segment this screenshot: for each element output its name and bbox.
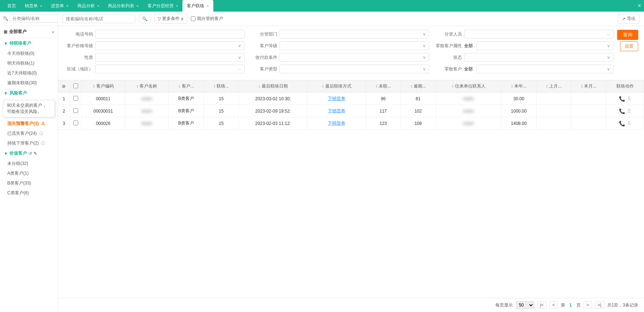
tab-bar-close[interactable]: ×: [638, 3, 641, 9]
table-row: 1000011■■■■B类客户152023-03-02 10:30:下销货单96…: [58, 93, 644, 105]
last-page-btn[interactable]: >|: [595, 301, 604, 309]
filter-icon: ▽: [158, 16, 161, 21]
sidebar-search-input[interactable]: [10, 15, 58, 23]
cust-level-select[interactable]: ∨: [279, 41, 429, 50]
row-checkbox[interactable]: [70, 93, 81, 105]
col-last-date: ↕ 最后联络日期: [239, 80, 307, 93]
status-select[interactable]: ∨: [464, 53, 613, 62]
phone-label: 电话号码: [64, 31, 93, 37]
sidebar-item-overdue[interactable]: 逾期未联络(30): [0, 78, 58, 88]
tab-purchase[interactable]: 进货单 ×: [47, 0, 73, 12]
sidebar-group-pending[interactable]: ▼ 待联络客户: [0, 38, 58, 49]
tab-product-list[interactable]: 商品分析列表 ×: [104, 0, 143, 12]
filter-customer-level: 客户等级 ∨: [248, 41, 429, 50]
sidebar-item-week[interactable]: 近7天待联络(0): [0, 68, 58, 78]
row-last-method[interactable]: 下销货单: [307, 105, 366, 117]
col-checkbox[interactable]: [70, 80, 81, 93]
row-checkbox[interactable]: [70, 105, 81, 117]
more-action-icon[interactable]: ⠿: [627, 96, 631, 102]
per-page-select[interactable]: 50 100: [516, 301, 534, 309]
row-code: 000011: [81, 93, 125, 105]
row-type: B类客户: [169, 117, 204, 130]
tab-close-product-analysis[interactable]: ×: [97, 4, 99, 8]
phone-action-icon[interactable]: 📞: [619, 121, 625, 126]
tab-customer-contact[interactable]: 客户联络 ×: [182, 0, 213, 12]
sidebar-item-ungrouped[interactable]: 未分组(32): [0, 159, 58, 169]
tab-close-customer-tier[interactable]: ×: [176, 4, 178, 8]
row-actions[interactable]: 📞⠿: [606, 93, 644, 105]
tab-close-customer-contact[interactable]: ×: [206, 4, 209, 8]
more-conditions-btn[interactable]: ▽ 更多条件 ∧: [154, 14, 187, 24]
my-customers-checkbox-label[interactable]: 我分管的客户: [191, 16, 223, 22]
more-action-icon[interactable]: ⠿: [627, 121, 631, 126]
filter-action-buttons: 查询 设置: [617, 30, 638, 51]
row-actions[interactable]: 📞⠿: [606, 105, 644, 117]
tab-product-analysis[interactable]: 商品分析 ×: [73, 0, 104, 12]
last-method-link[interactable]: 下销货单: [328, 96, 345, 101]
tab-customer-tier[interactable]: 客户分层经营 ×: [143, 0, 182, 12]
price-arrow: ∨: [238, 43, 241, 48]
search-input[interactable]: [63, 15, 135, 23]
next-page-btn[interactable]: >: [584, 301, 592, 309]
payment-select[interactable]: ∨: [279, 53, 429, 62]
sidebar-item-a-class[interactable]: A类客户(1): [0, 169, 58, 178]
export-button[interactable]: ↗ 导出: [618, 14, 640, 24]
filter-region: 区域（地区） ···: [64, 65, 245, 73]
row-actions[interactable]: 📞⠿: [606, 117, 644, 130]
sidebar-item-tomorrow[interactable]: 明天待联络(1): [0, 58, 58, 68]
dept-select[interactable]: ∨: [279, 30, 429, 39]
sidebar-group-risk[interactable]: ▼ 风险客户: [0, 88, 58, 98]
tab-home[interactable]: 首页: [3, 0, 20, 12]
collapse-btn[interactable]: «: [52, 29, 54, 35]
sidebar-item-declining[interactable]: 持续下滑客户(2) ⓘ: [0, 138, 58, 148]
refresh-icon[interactable]: ↺: [28, 151, 32, 156]
row-last-method[interactable]: 下销货单: [307, 93, 366, 105]
sidebar-item-churned[interactable]: 已流失客户(24) ⓘ: [0, 129, 58, 138]
sidebar-item-b-class[interactable]: B类客户(33): [0, 178, 58, 188]
row-checkbox[interactable]: [70, 117, 81, 130]
prev-page-btn[interactable]: <: [550, 301, 558, 309]
select-all-checkbox[interactable]: [73, 84, 78, 88]
region-select[interactable]: ···: [95, 65, 245, 73]
my-customers-checkbox[interactable]: [191, 16, 196, 21]
filter-price-level: 客户价格等级 ∨: [64, 41, 245, 50]
row-select-checkbox[interactable]: [73, 96, 78, 101]
edit-icon[interactable]: ✎: [33, 151, 37, 156]
last-method-link[interactable]: 下销货单: [328, 108, 345, 113]
sidebar-item-churn-warning[interactable]: 流失预警客户(3) ⚠: [0, 119, 58, 129]
last-method-link[interactable]: 下销货单: [328, 121, 345, 126]
sidebar-item-today[interactable]: 今天待联络(0): [0, 49, 58, 58]
col-contact-count: ↕ 联络...: [204, 80, 239, 93]
sidebar-item-c-class[interactable]: C类客户(6): [0, 188, 58, 198]
gender-select[interactable]: ∨: [95, 53, 245, 62]
current-page: 1: [568, 303, 573, 308]
zero-attr-select[interactable]: ∨: [476, 41, 613, 50]
sidebar-all-customers[interactable]: ⊞ 全部客户 «: [0, 26, 58, 38]
price-level-label: 客户价格等级: [64, 43, 93, 49]
tab-close-sales[interactable]: ×: [40, 4, 42, 8]
filter-row-3: 性质 ∨ 收付款条件 ∨: [64, 53, 613, 62]
phone-input[interactable]: [95, 30, 245, 39]
first-page-btn[interactable]: |<: [537, 301, 547, 309]
phone-action-icon[interactable]: 📞: [619, 96, 625, 102]
query-button[interactable]: 查询: [617, 30, 638, 40]
row-this-month: [571, 105, 606, 117]
cust-type-select[interactable]: ∨: [279, 65, 429, 73]
price-level-select[interactable]: ∨: [95, 41, 245, 50]
settings-icon[interactable]: ⚙: [62, 84, 66, 89]
tab-sales[interactable]: 销货单 ×: [20, 0, 47, 12]
tab-close-product-list[interactable]: ×: [136, 4, 138, 8]
tab-close-purchase[interactable]: ×: [66, 4, 68, 8]
search-button[interactable]: 🔍: [139, 15, 151, 23]
col-settings[interactable]: ⚙: [58, 80, 70, 93]
per-page-label: 每页显示: [495, 302, 513, 308]
phone-action-icon[interactable]: 📞: [619, 108, 625, 114]
settings-button[interactable]: 设置: [620, 41, 638, 51]
manager-select[interactable]: ···: [464, 30, 613, 39]
sidebar-group-value[interactable]: ▼ 价值客户 ↺ ✎: [0, 148, 58, 159]
zero-cust-select[interactable]: ∨: [476, 65, 613, 73]
row-select-checkbox[interactable]: [73, 108, 78, 113]
more-action-icon[interactable]: ⠿: [627, 108, 631, 114]
row-last-method[interactable]: 下销货单: [307, 117, 366, 130]
row-select-checkbox[interactable]: [73, 121, 78, 125]
